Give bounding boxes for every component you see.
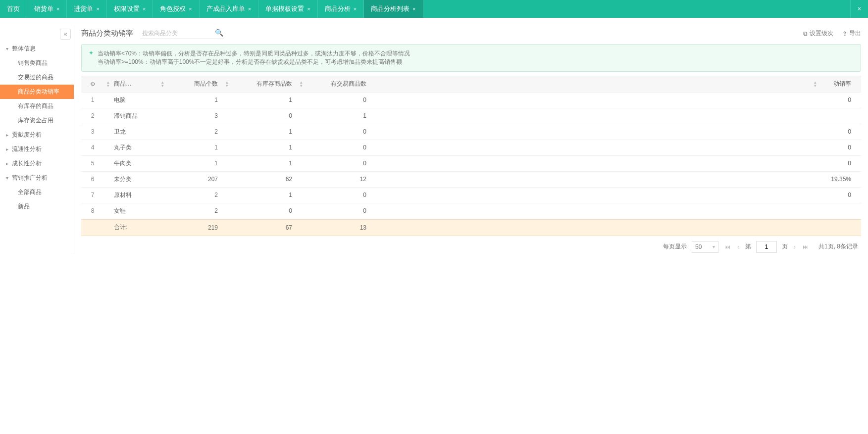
- cell-deal: 0: [297, 140, 371, 155]
- tab-4[interactable]: 角色授权×: [153, 0, 199, 18]
- cell-stock: 0: [223, 203, 297, 219]
- sidebar-group-label: 成长性分析: [12, 160, 42, 167]
- pager-first-button[interactable]: ⏮: [723, 243, 731, 250]
- tab-3[interactable]: 权限设置×: [107, 0, 153, 18]
- sidebar-group-3[interactable]: 成长性分析: [0, 156, 74, 171]
- totals-stock: 67: [223, 224, 297, 231]
- page-label-right: 页: [782, 242, 788, 251]
- sidebar-group-label: 整体信息: [12, 45, 36, 52]
- export-icon: ⇪: [842, 30, 847, 37]
- table-row[interactable]: 4丸子类1100: [81, 140, 861, 155]
- cell-count: 3: [158, 108, 223, 124]
- tab-close-icon[interactable]: ×: [248, 6, 251, 12]
- tab-close-icon[interactable]: ×: [354, 6, 357, 12]
- tab-close-icon[interactable]: ×: [189, 6, 192, 12]
- row-index: 1: [81, 92, 104, 108]
- cell-name: 丸子类: [104, 140, 158, 155]
- table-row[interactable]: 6未分类207621219.35%: [81, 171, 861, 187]
- tab-close-icon[interactable]: ×: [307, 6, 310, 12]
- sidebar-collapse-button[interactable]: «: [60, 29, 71, 40]
- cell-stock: 1: [223, 155, 297, 171]
- page-number-input[interactable]: [756, 241, 777, 253]
- sidebar-item-0-4[interactable]: 库存资金占用: [0, 113, 74, 128]
- deal-column-header[interactable]: ▴▾有交易商品数: [297, 76, 371, 92]
- sidebar: « 整体信息销售类商品交易过的商品商品分类动销率有库存的商品库存资金占用贡献度分…: [0, 25, 74, 254]
- lightbulb-icon: ✦: [89, 49, 94, 66]
- search-icon[interactable]: 🔍: [215, 29, 223, 37]
- set-level-label: 设置级次: [810, 29, 833, 38]
- tab-label: 产成品入库单: [206, 4, 245, 13]
- rate-column-header[interactable]: ▴▾动销率: [371, 76, 861, 92]
- cell-rate: [371, 203, 861, 219]
- name-column-label: 商品…: [114, 80, 132, 87]
- sidebar-item-0-0[interactable]: 销售类商品: [0, 56, 74, 70]
- cell-rate: 0: [371, 155, 861, 171]
- rate-column-label: 动销率: [833, 80, 851, 87]
- tab-0[interactable]: 首页: [0, 0, 27, 18]
- export-button[interactable]: ⇪ 导出: [842, 29, 861, 38]
- tab-7[interactable]: 商品分析×: [318, 0, 364, 18]
- cell-name: 原材料: [104, 187, 158, 203]
- count-column-label: 商品个数: [194, 80, 218, 87]
- pager-next-button[interactable]: ›: [793, 243, 797, 250]
- pager-summary: 共1页, 8条记录: [818, 242, 858, 251]
- per-page-select[interactable]: 50 ▾: [692, 241, 718, 253]
- cell-stock: 1: [223, 187, 297, 203]
- table-row[interactable]: 3卫龙2100: [81, 124, 861, 140]
- table-row[interactable]: 2滞销商品301: [81, 108, 861, 124]
- cell-stock: 1: [223, 92, 297, 108]
- row-index: 5: [81, 155, 104, 171]
- cell-deal: 1: [297, 108, 371, 124]
- table-row[interactable]: 8女鞋200: [81, 203, 861, 219]
- close-all-tabs-button[interactable]: ×: [850, 0, 868, 18]
- tab-1[interactable]: 销货单×: [27, 0, 67, 18]
- cell-rate: 0: [371, 124, 861, 140]
- tab-label: 角色授权: [160, 4, 186, 13]
- table-row[interactable]: 1电脑1100: [81, 92, 861, 108]
- count-column-header[interactable]: ▴▾商品个数: [158, 76, 223, 92]
- tab-2[interactable]: 进货单×: [67, 0, 106, 18]
- sidebar-item-4-1[interactable]: 新品: [0, 199, 74, 214]
- sidebar-group-label: 营销推广分析: [12, 174, 48, 181]
- cell-count: 1: [158, 155, 223, 171]
- per-page-label: 每页显示: [663, 242, 687, 251]
- sidebar-group-1[interactable]: 贡献度分析: [0, 128, 74, 142]
- sidebar-group-0[interactable]: 整体信息: [0, 42, 74, 56]
- table-row[interactable]: 7原材料2100: [81, 187, 861, 203]
- sidebar-group-4[interactable]: 营销推广分析: [0, 171, 74, 185]
- sidebar-group-label: 贡献度分析: [12, 131, 42, 138]
- sidebar-item-0-3[interactable]: 有库存的商品: [0, 99, 74, 113]
- totals-row: 合计: 219 67 13: [81, 219, 861, 236]
- tab-label: 单据模板设置: [265, 4, 304, 13]
- pager-prev-button[interactable]: ‹: [736, 243, 740, 250]
- cell-rate: 0: [371, 92, 861, 108]
- sidebar-group-2[interactable]: 流通性分析: [0, 142, 74, 156]
- sidebar-item-4-0[interactable]: 全部商品: [0, 185, 74, 199]
- sidebar-group-label: 流通性分析: [12, 145, 42, 152]
- gear-column-header[interactable]: ⚙: [81, 76, 104, 92]
- tab-close-icon[interactable]: ×: [143, 6, 146, 12]
- sidebar-item-0-2[interactable]: 商品分类动销率: [0, 85, 74, 99]
- tab-6[interactable]: 单据模板设置×: [258, 0, 317, 18]
- tab-close-icon[interactable]: ×: [96, 6, 99, 12]
- tab-close-icon[interactable]: ×: [412, 6, 415, 12]
- stock-column-header[interactable]: ▴▾有库存商品数: [223, 76, 297, 92]
- cell-stock: 1: [223, 140, 297, 155]
- tab-label: 权限设置: [114, 4, 140, 13]
- tab-8[interactable]: 商品分析列表×: [364, 0, 423, 18]
- tab-5[interactable]: 产成品入库单×: [200, 0, 258, 18]
- name-column-header[interactable]: ▴▾商品…: [104, 76, 158, 92]
- cell-rate: [371, 108, 861, 124]
- cell-count: 2: [158, 124, 223, 140]
- cell-name: 电脑: [104, 92, 158, 108]
- search-input[interactable]: [140, 28, 224, 39]
- export-label: 导出: [849, 29, 861, 38]
- totals-label: 合计:: [104, 223, 158, 232]
- pager-last-button[interactable]: ⏭: [802, 243, 810, 250]
- row-index: 6: [81, 171, 104, 187]
- sidebar-item-0-1[interactable]: 交易过的商品: [0, 70, 74, 85]
- level-icon: ⧉: [803, 30, 808, 37]
- set-level-button[interactable]: ⧉ 设置级次: [803, 29, 833, 38]
- table-row[interactable]: 5牛肉类1100: [81, 155, 861, 171]
- tab-close-icon[interactable]: ×: [56, 6, 59, 12]
